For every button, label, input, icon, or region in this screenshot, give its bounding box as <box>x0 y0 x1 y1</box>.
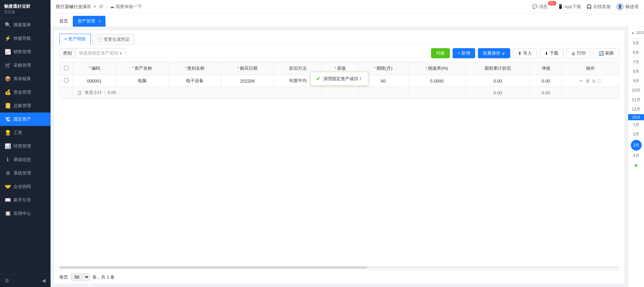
refresh-icon: 🔄 <box>599 51 604 56</box>
sidebar-item-ledger[interactable]: 📒 总账管理 <box>0 99 51 113</box>
home-tab-label: 首页 <box>59 19 68 24</box>
sub-tabs: ≡ 资产明细 📄 变更生成凭证 <box>54 30 624 45</box>
sidebar-item-label: 新手引导 <box>13 197 31 203</box>
sidebar-item-label: 采购管理 <box>13 62 31 68</box>
app-center-icon: 🔲 <box>5 211 11 217</box>
header-code-label: 编码 <box>91 66 100 71</box>
sidebar-item-inventory[interactable]: 📦 库存核算 <box>0 72 51 86</box>
operations-icon: 📊 <box>5 143 11 149</box>
horizontal-scrollbar[interactable] <box>59 266 619 269</box>
refresh-label: 刷新 <box>605 50 614 56</box>
download-label: 下载 <box>550 50 558 56</box>
category-select[interactable]: 请选择固定资产类别 ▾ <box>75 49 125 58</box>
topbar-gear-icon[interactable]: ⚙ <box>99 3 103 10</box>
month-1[interactable]: 1月 <box>631 120 642 130</box>
delete-icon[interactable]: 🗑 <box>585 78 590 84</box>
month-3-active[interactable]: 3月 <box>631 140 642 151</box>
month-9[interactable]: 9月 <box>632 76 640 86</box>
select-all-checkbox[interactable] <box>64 66 68 70</box>
header-purchase-date: *购买日期 <box>221 62 274 75</box>
tab-home[interactable]: 首页 <box>56 16 71 27</box>
row-name: 电脑 <box>116 75 168 87</box>
chevron-up-icon[interactable]: ▲ <box>630 29 636 36</box>
app-download-button[interactable]: 📱 App下载 <box>558 4 581 10</box>
copy-icon[interactable]: ⧉ <box>592 78 595 84</box>
sidebar-item-app-center[interactable]: 🔲 应用中心 <box>0 207 51 220</box>
subtotal-label-cell: 📋 本页小计： 0.00 <box>73 87 322 99</box>
row-net-value: 0.00 <box>530 75 562 87</box>
quick-nav-icon: ⚡ <box>5 35 11 41</box>
sidebar-item-finance[interactable]: 💰 资金管理 <box>0 86 51 99</box>
sidebar-item-enterprise[interactable]: 🤝 企业协同 <box>0 180 51 193</box>
collapse-icon[interactable]: ◀ <box>42 278 46 284</box>
sidebar-item-salary[interactable]: 👷 工资 <box>0 126 51 139</box>
import-button[interactable]: ⬆ 导入 <box>513 48 537 58</box>
sidebar-item-guide[interactable]: 📖 新手引导 <box>0 193 51 207</box>
sidebar-item-label: 资金管理 <box>13 89 31 95</box>
asset-detail-label: 资产明细 <box>68 36 86 42</box>
download-button[interactable]: ⬇ 下载 <box>540 48 563 58</box>
settings-icon[interactable]: ⚙ <box>5 278 9 284</box>
toast-check-icon: ✔ <box>316 75 320 82</box>
sidebar-item-sales[interactable]: 📈 销售管理 <box>0 45 51 59</box>
sidebar-item-basic-info[interactable]: ℹ 基础信息 <box>0 153 51 166</box>
messages-button[interactable]: 💬 消息 99+ <box>532 4 552 10</box>
sidebar-item-label: 固定资产 <box>13 116 31 122</box>
basic-info-icon: ℹ <box>5 157 11 163</box>
month-12[interactable]: 12月 <box>632 105 640 114</box>
sidebar-item-system[interactable]: ⚙ 系统管理 <box>0 166 51 180</box>
tab-asset-management[interactable]: 资产管理 × <box>73 16 105 27</box>
refresh-button[interactable]: 🔄 刷新 <box>593 48 619 58</box>
new-button[interactable]: + 新增 <box>453 48 475 58</box>
account-button[interactable]: 对账 <box>431 48 450 58</box>
panel-down-arrow[interactable]: ▼ <box>634 161 639 171</box>
print-button[interactable]: 🖨 打印 <box>566 48 591 58</box>
sidebar-item-operations[interactable]: 📊 经营管理 <box>0 139 51 153</box>
sidebar-item-search[interactable]: 🔍 搜索菜单 <box>0 18 51 32</box>
tab-close-icon[interactable]: × <box>98 19 101 24</box>
topbar-left: 医疗器械行业演示 ▾ ⚙ | ☁ 我要体验一下 <box>56 3 142 10</box>
subtotal-checkbox <box>60 87 73 99</box>
per-page-select[interactable]: 50 100 <box>71 273 90 281</box>
sidebar-item-quick-nav[interactable]: ⚡ 快捷导航 <box>0 32 51 45</box>
ledger-icon: 📒 <box>5 103 11 109</box>
purchase-icon: 🛒 <box>5 62 11 68</box>
app-subtitle: 普及版 <box>4 9 47 14</box>
header-name: *资产名称 <box>116 62 168 75</box>
batch-button[interactable]: 批量操作 ∨ <box>478 48 510 58</box>
header-checkbox-cell <box>60 62 73 75</box>
sales-icon: 📈 <box>5 49 11 55</box>
month-11[interactable]: 11月 <box>632 95 640 105</box>
user-profile[interactable]: 👤 畅捷通 <box>616 3 639 11</box>
month-6[interactable]: 6月 <box>632 48 640 58</box>
month-4[interactable]: 4月 <box>631 151 642 161</box>
month-5[interactable]: 5月 <box>632 39 640 48</box>
edit-icon[interactable]: ✏ <box>579 78 583 84</box>
sidebar-item-label: 系统管理 <box>13 170 31 176</box>
online-service-button[interactable]: 🎧 在线客服 <box>586 4 611 10</box>
row-checkbox[interactable] <box>64 78 68 83</box>
month-2[interactable]: 2月 <box>631 130 642 139</box>
header-period-label: 期限(月) <box>376 66 393 71</box>
sidebar-item-label: 库存核算 <box>13 76 31 82</box>
row-residual-rate: 5.0000 <box>408 75 465 87</box>
nav-tabs: 首页 资产管理 × <box>51 13 644 27</box>
month-7[interactable]: 7月 <box>632 58 640 67</box>
subtotal-net-cell: 0.00 <box>530 87 562 99</box>
chevron-down-green-icon: ▼ <box>634 163 639 169</box>
month-10[interactable]: 10月 <box>632 86 640 95</box>
month-8[interactable]: 8月 <box>632 67 640 76</box>
content-area: ≡ 资产明细 📄 变更生成凭证 类别 请选择固定资产类别 <box>51 27 628 287</box>
sidebar-item-purchase[interactable]: 🛒 采购管理 <box>0 59 51 72</box>
subtotal-icon: 📋 <box>77 91 82 95</box>
row-actions: ✏ 🗑 ⧉ ⬡ <box>562 75 619 87</box>
action-icons: ✏ 🗑 ⧉ ⬡ <box>566 78 615 84</box>
sub-tab-asset-detail[interactable]: ≡ 资产明细 <box>59 34 91 45</box>
topbar-experience-link[interactable]: ☁ 我要体验一下 <box>110 4 142 10</box>
sidebar-item-label: 经营管理 <box>13 143 31 149</box>
sidebar-item-fixed-assets[interactable]: 🏗 固定资产 <box>0 113 51 126</box>
company-dropdown-icon[interactable]: ▾ <box>94 4 96 9</box>
more-icon[interactable]: ⬡ <box>597 78 602 84</box>
experience-label: 我要体验一下 <box>116 4 142 10</box>
sub-tab-change-voucher[interactable]: 📄 变更生成凭证 <box>92 34 135 44</box>
